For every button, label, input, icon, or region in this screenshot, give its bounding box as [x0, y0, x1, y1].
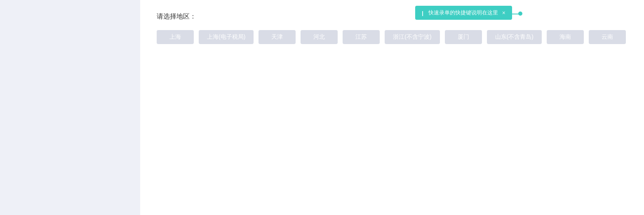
region-btn-shanghai[interactable]: 上海: [157, 30, 194, 44]
main-content: 请选择地区： 上海上海(电子税局)天津河北江苏浙江(不含宁波)厦门山东(不含青岛…: [140, 0, 644, 215]
region-btn-tianjin[interactable]: 天津: [259, 30, 296, 44]
region-btn-zhejiang[interactable]: 浙江(不含宁波): [385, 30, 440, 44]
region-btn-hebei[interactable]: 河北: [301, 30, 338, 44]
region-btn-jiangsu[interactable]: 江苏: [343, 30, 380, 44]
region-btn-hainan[interactable]: 海南: [547, 30, 584, 44]
left-sidebar: [0, 0, 140, 215]
region-btn-yunnan[interactable]: 云南: [589, 30, 626, 44]
tooltip-close-button[interactable]: ×: [502, 9, 505, 16]
tooltip-bubble: 快速录单的快捷键说明在这里 ×: [415, 6, 512, 20]
tooltip-text: 快速录单的快捷键说明在这里: [428, 9, 498, 16]
region-btn-shandong[interactable]: 山东(不含青岛): [487, 30, 542, 44]
region-btn-shanghai-etax[interactable]: 上海(电子税局): [199, 30, 254, 44]
tooltip-dot: [518, 12, 522, 16]
region-buttons: 上海上海(电子税局)天津河北江苏浙江(不含宁波)厦门山东(不含青岛)海南云南: [157, 30, 628, 44]
region-btn-xiamen[interactable]: 厦门: [445, 30, 482, 44]
page-label: 请选择地区：: [157, 12, 628, 21]
